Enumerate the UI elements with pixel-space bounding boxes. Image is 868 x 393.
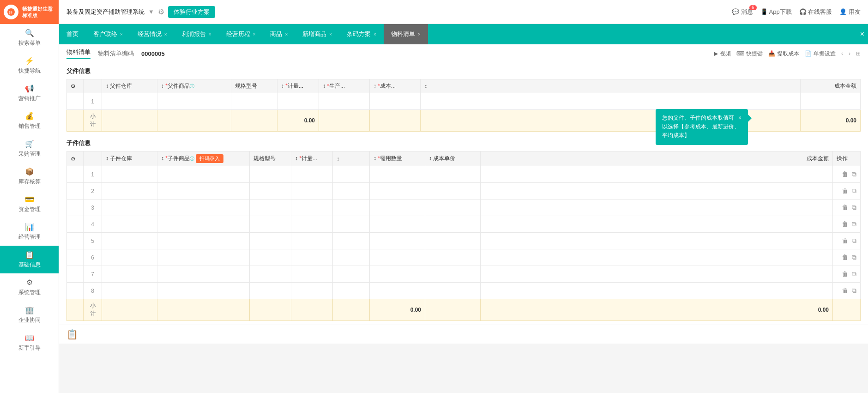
child-row-product[interactable]: [157, 200, 250, 216]
tab-profit[interactable]: 利润报告 ×: [175, 24, 219, 44]
sidebar-item-guide[interactable]: 📖 新手引导: [0, 329, 59, 357]
shortcut-btn[interactable]: ⌨ 快捷键: [736, 50, 763, 58]
child-row-unit[interactable]: [291, 233, 333, 249]
page-tab-code[interactable]: 物料清单编码: [98, 49, 134, 58]
child-row-price[interactable]: [425, 183, 481, 200]
tab-home[interactable]: 首页: [59, 24, 86, 44]
child-row-qty[interactable]: [370, 249, 425, 266]
child-row-spec[interactable]: [250, 233, 291, 249]
scan-input-btn[interactable]: 扫码录入: [196, 154, 223, 163]
child-row-unit[interactable]: [291, 183, 333, 200]
parent-row-warehouse[interactable]: [102, 93, 157, 110]
parent-row-spec[interactable]: [231, 93, 277, 110]
child-row-unit[interactable]: [291, 249, 333, 266]
copy-row-icon[interactable]: ⧉: [852, 220, 856, 228]
close-goods-tab[interactable]: ×: [285, 32, 288, 37]
close-all-tabs[interactable]: ×: [860, 30, 864, 38]
close-profit-tab[interactable]: ×: [209, 32, 211, 37]
child-row-warehouse[interactable]: [102, 183, 157, 200]
child-row-qty[interactable]: [370, 233, 425, 249]
child-row-price[interactable]: [425, 166, 481, 183]
child-row-price[interactable]: [425, 249, 481, 266]
child-row-price[interactable]: [425, 233, 481, 249]
child-row-qty[interactable]: [370, 200, 425, 216]
parent-row-cost[interactable]: [370, 93, 421, 110]
sidebar-item-basic-info[interactable]: 📋 基础信息: [0, 246, 59, 273]
child-row-qty[interactable]: [370, 283, 425, 299]
video-btn[interactable]: ▶ 视频: [714, 50, 731, 58]
grid-view[interactable]: ⊞: [856, 50, 861, 57]
close-customers-tab[interactable]: ×: [120, 32, 123, 37]
child-col-qty[interactable]: ↕ *需用数量: [370, 151, 425, 166]
parent-col-cost[interactable]: ↕ *成本...: [370, 79, 421, 93]
child-col-spec[interactable]: 规格型号: [250, 151, 291, 166]
parent-col-settings[interactable]: ⚙: [67, 79, 84, 93]
parent-col-product[interactable]: ↕ *父件商品ⓘ: [157, 79, 231, 93]
sidebar-item-operations-mgr[interactable]: 📊 经营管理: [0, 218, 59, 246]
delete-row-icon[interactable]: 🗑: [842, 287, 848, 295]
sidebar-item-quick-nav[interactable]: ⚡ 快捷导航: [0, 52, 59, 79]
page-tab-bom[interactable]: 物料清单: [66, 48, 90, 59]
child-row-warehouse[interactable]: [102, 216, 157, 233]
copy-row-icon[interactable]: ⧉: [852, 204, 856, 212]
child-row-product[interactable]: [157, 266, 250, 283]
child-row-spec[interactable]: [250, 200, 291, 216]
child-row-warehouse[interactable]: [102, 200, 157, 216]
copy-row-icon[interactable]: ⧉: [852, 237, 856, 245]
close-barcode-tab[interactable]: ×: [374, 32, 376, 37]
child-row-product[interactable]: [157, 249, 250, 266]
parent-row-unit[interactable]: [277, 93, 319, 110]
sidebar-item-search[interactable]: 🔍 搜索菜单: [0, 24, 59, 52]
child-col-product[interactable]: ↕ *子件商品ⓘ 扫码录入: [157, 151, 250, 166]
child-row-product[interactable]: [157, 166, 250, 183]
child-row-spec[interactable]: [250, 183, 291, 200]
child-row-product[interactable]: [157, 183, 250, 200]
settings-gear[interactable]: ⚙: [158, 7, 164, 16]
child-row-spec[interactable]: [250, 216, 291, 233]
tab-customers[interactable]: 客户联络 ×: [86, 24, 130, 44]
nav-prev[interactable]: ‹: [841, 50, 843, 57]
user-menu[interactable]: 👤 用友: [839, 8, 861, 16]
tab-history[interactable]: 经营历程 ×: [219, 24, 263, 44]
messages-badge[interactable]: 💬 消息 6: [732, 8, 753, 16]
delete-row-icon[interactable]: 🗑: [842, 220, 848, 228]
copy-row-icon[interactable]: ⧉: [852, 254, 856, 261]
delete-row-icon[interactable]: 🗑: [842, 237, 848, 245]
child-col-unit[interactable]: ↕ *计量...: [291, 151, 333, 166]
tab-goods[interactable]: 商品 ×: [263, 24, 295, 44]
copy-row-icon[interactable]: ⧉: [852, 187, 856, 195]
parent-col-unit[interactable]: ↕ *计量...: [277, 79, 319, 93]
child-row-qty[interactable]: [370, 266, 425, 283]
child-row-price[interactable]: [425, 283, 481, 299]
delete-row-icon[interactable]: 🗑: [842, 270, 848, 278]
tab-bom[interactable]: 物料清单 ×: [384, 24, 428, 44]
parent-col-warehouse[interactable]: ↕ 父件仓库: [102, 79, 157, 93]
tab-barcode[interactable]: 条码方案 ×: [339, 24, 384, 44]
dropdown-arrow[interactable]: ▼: [148, 8, 154, 15]
child-row-unit[interactable]: [291, 200, 333, 216]
parent-row-product[interactable]: [157, 93, 231, 110]
child-col-settings[interactable]: ⚙: [67, 151, 84, 166]
sidebar-item-sales[interactable]: 💰 销售管理: [0, 107, 59, 135]
parent-col-production[interactable]: ↕ *生产...: [319, 79, 370, 93]
child-col-price[interactable]: ↕ 成本单价: [425, 151, 481, 166]
child-row-unit[interactable]: [291, 166, 333, 183]
nav-next[interactable]: ›: [849, 50, 850, 57]
child-row-warehouse[interactable]: [102, 166, 157, 183]
copy-row-icon[interactable]: ⧉: [852, 287, 856, 295]
child-row-warehouse[interactable]: [102, 233, 157, 249]
child-row-price[interactable]: [425, 200, 481, 216]
child-row-product[interactable]: [157, 283, 250, 299]
tab-operations[interactable]: 经营情况 ×: [130, 24, 175, 44]
sidebar-item-purchase[interactable]: 🛒 采购管理: [0, 135, 59, 163]
child-row-unit[interactable]: [291, 266, 333, 283]
close-operations-tab[interactable]: ×: [164, 32, 167, 37]
child-row-product[interactable]: [157, 233, 250, 249]
tooltip-close-btn[interactable]: ×: [738, 114, 741, 122]
child-row-warehouse[interactable]: [102, 283, 157, 299]
experience-button[interactable]: 体验行业方案: [168, 6, 215, 18]
child-row-qty[interactable]: [370, 216, 425, 233]
sidebar-item-marketing[interactable]: 📢 营销推广: [0, 79, 59, 107]
delete-row-icon[interactable]: 🗑: [842, 170, 848, 178]
child-row-product[interactable]: [157, 216, 250, 233]
